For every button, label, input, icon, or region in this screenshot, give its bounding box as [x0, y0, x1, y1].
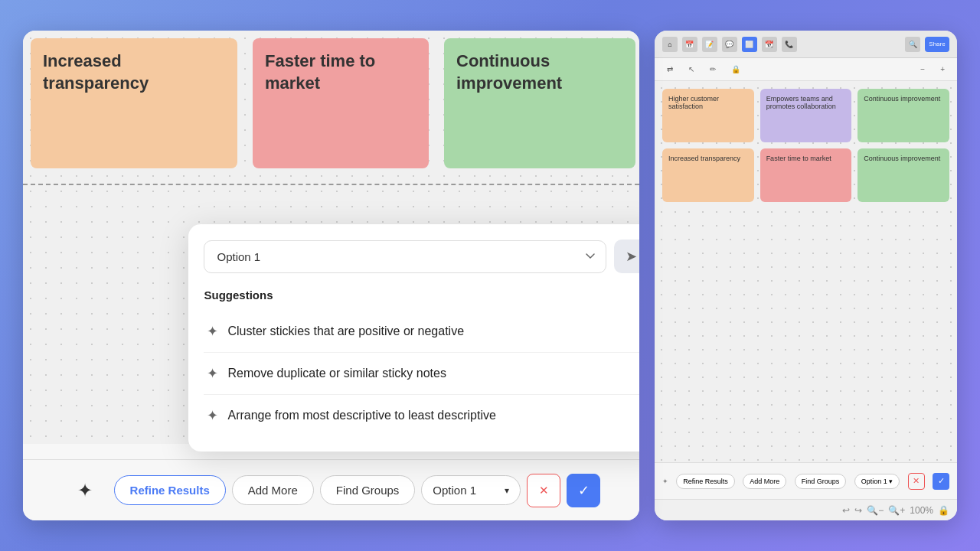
mini-toolbar-lock[interactable]: 🔒: [727, 64, 745, 75]
suggestion-text-cluster: Cluster stickies that are positive or ne…: [227, 324, 464, 338]
mini-toolbar-zoom-out[interactable]: −: [916, 64, 929, 75]
find-groups-button[interactable]: Find Groups: [320, 475, 416, 505]
share-button[interactable]: Share: [925, 37, 949, 52]
suggestion-left-arrange: ✦ Arrange from most descriptive to least…: [207, 407, 495, 424]
mini-sticky-4: Increased transparency: [662, 148, 754, 202]
suggestion-text-duplicate: Remove duplicate or similar sticky notes: [227, 367, 446, 380]
topbar-icon-phone[interactable]: 📞: [782, 37, 797, 52]
confirm-button[interactable]: ✓: [567, 474, 600, 507]
toolbar: ✦ Refine Results Add More Find Groups Op…: [23, 459, 639, 520]
refine-results-button[interactable]: Refine Results: [114, 475, 226, 505]
topbar-icon-note[interactable]: 📝: [702, 37, 717, 52]
mini-sticky-1: Higher customer satisfaction: [662, 89, 754, 142]
mini-sticky-3: Continuous improvement: [858, 89, 949, 142]
suggestion-item-cluster[interactable]: ✦ Cluster stickies that are positive or …: [204, 311, 639, 353]
mini-confirm-button[interactable]: ✓: [933, 473, 949, 490]
option-dropdown-btn[interactable]: Option 1 ▾: [421, 475, 521, 505]
mini-toolbar-pen[interactable]: ✏: [705, 64, 720, 75]
mini-sticky-5: Faster time to market: [760, 148, 852, 202]
mini-refine-button[interactable]: Refine Results: [676, 474, 735, 489]
mini-sticky-text-4: Increased transparency: [668, 155, 740, 162]
cancel-button[interactable]: ✕: [527, 474, 560, 507]
right-mini-toolbar: ⇄ ↖ ✏ 🔒 − +: [655, 58, 957, 81]
redo-icon[interactable]: ↪: [854, 505, 862, 516]
sticky-note-transparency: Increased transparency: [31, 38, 237, 168]
right-topbar: ⌂ 📅 📝 💬 ⬜ 📆 📞 🔍 Share: [655, 31, 957, 58]
refine-results-label: Refine Results: [130, 484, 210, 497]
mini-toolbar-arrows[interactable]: ⇄: [662, 64, 678, 75]
right-sticky-grid: Higher customer satisfaction Empowers te…: [655, 81, 957, 462]
mini-sticky-text-5: Faster time to market: [766, 155, 831, 162]
mini-cancel-button[interactable]: ✕: [908, 473, 925, 490]
right-bottom-bar: ✦ Refine Results Add More Find Groups Op…: [655, 462, 957, 499]
add-more-button[interactable]: Add More: [232, 475, 314, 505]
sparkle-icon-duplicate: ✦: [207, 365, 218, 382]
suggestion-left-cluster: ✦ Cluster stickies that are positive or …: [207, 323, 464, 340]
mini-option-button[interactable]: Option 1 ▾: [854, 474, 900, 489]
right-zoom-bar: ↩ ↪ 🔍− 🔍+ 100% 🔒: [655, 499, 957, 520]
zoom-out-icon[interactable]: 🔍−: [867, 505, 884, 516]
undo-icon[interactable]: ↩: [842, 505, 850, 516]
option-dropdown-label: Option 1: [433, 484, 476, 497]
topbar-icon-search[interactable]: 🔍: [905, 37, 920, 52]
suggestion-left-duplicate: ✦ Remove duplicate or similar sticky not…: [207, 365, 446, 382]
mini-sticky-6: Continuous improvement: [858, 148, 949, 202]
dropdown-search-row: Option 1 Option 2 Option 3 ➤: [204, 240, 639, 273]
sparkle-button[interactable]: ✦: [62, 472, 108, 509]
cancel-icon: ✕: [539, 484, 549, 497]
dropdown-popup: Option 1 Option 2 Option 3 ➤ Suggestions…: [188, 224, 639, 452]
lock-icon[interactable]: 🔒: [938, 505, 949, 516]
option-select[interactable]: Option 1 Option 2 Option 3: [204, 240, 606, 273]
topbar-icon-calendar[interactable]: 📆: [762, 37, 777, 52]
main-whiteboard-panel: Increased transparency Faster time to ma…: [23, 31, 639, 520]
zoom-level: 100%: [910, 505, 933, 516]
suggestion-item-arrange[interactable]: ✦ Arrange from most descriptive to least…: [204, 395, 639, 436]
mini-find-groups-button[interactable]: Find Groups: [795, 474, 847, 489]
topbar-icon-meeting[interactable]: 📅: [682, 37, 697, 52]
sparkle-icon-main: ✦: [77, 480, 93, 501]
suggestions-label: Suggestions: [204, 289, 639, 302]
find-groups-label: Find Groups: [336, 484, 400, 497]
sticky-note-market: Faster time to market: [253, 38, 429, 168]
mini-sparkle-icon: ✦: [662, 478, 668, 485]
mini-sticky-text-2: Empowers teams and promotes collaboratio…: [766, 95, 846, 110]
confirm-icon: ✓: [578, 482, 590, 499]
topbar-icon-home[interactable]: ⌂: [662, 37, 678, 52]
topbar-icon-whiteboard[interactable]: ⬜: [742, 37, 757, 52]
sparkle-icon-cluster: ✦: [207, 323, 218, 340]
sticky-note-improvement: Continuous improvement: [444, 38, 635, 168]
mini-add-button[interactable]: Add More: [743, 474, 786, 489]
mini-sticky-text-6: Continuous improvement: [864, 155, 940, 162]
zoom-in-icon[interactable]: 🔍+: [888, 505, 905, 516]
mini-toolbar-cursor[interactable]: ↖: [684, 64, 699, 75]
add-more-label: Add More: [248, 484, 298, 497]
send-icon: ➤: [626, 248, 637, 265]
chevron-down-icon: ▾: [505, 485, 509, 496]
suggestion-item-duplicate[interactable]: ✦ Remove duplicate or similar sticky not…: [204, 353, 639, 395]
mini-sticky-2: Empowers teams and promotes collaboratio…: [760, 89, 852, 142]
mini-toolbar-zoom-in[interactable]: +: [936, 64, 949, 75]
sparkle-icon-arrange: ✦: [207, 407, 218, 424]
right-panel: ⌂ 📅 📝 💬 ⬜ 📆 📞 🔍 Share ⇄ ↖ ✏ 🔒 − + Higher…: [655, 31, 957, 520]
mini-sticky-text-1: Higher customer satisfaction: [668, 95, 748, 110]
suggestion-text-arrange: Arrange from most descriptive to least d…: [227, 409, 495, 422]
topbar-icon-chat[interactable]: 💬: [722, 37, 737, 52]
send-button[interactable]: ➤: [614, 240, 639, 273]
mini-sticky-text-3: Continuous improvement: [864, 95, 940, 103]
